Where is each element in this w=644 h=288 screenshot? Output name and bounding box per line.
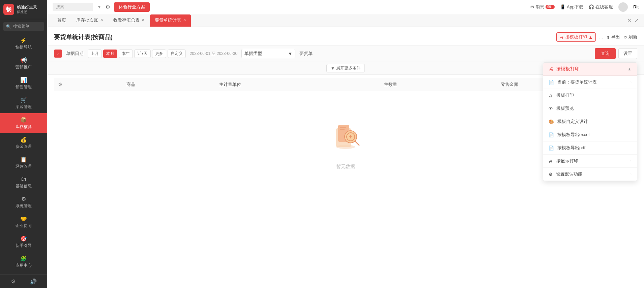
- sidebar-item-label: 基础信息: [16, 183, 32, 189]
- trial-button[interactable]: 体验行业方案: [114, 2, 150, 12]
- tab-close-all-icon[interactable]: ✕: [627, 17, 632, 24]
- dropdown-display-print[interactable]: 🖨 按显示打印 ›: [543, 155, 637, 168]
- expand-more-button[interactable]: ▼ 展开更多条件: [326, 64, 365, 72]
- sidebar-item-purchase[interactable]: 🛒 采购管理: [0, 93, 47, 113]
- sidebar-item-label: 新手引导: [16, 243, 32, 249]
- sidebar-search[interactable]: 🔍 搜索菜单: [3, 22, 44, 31]
- tab-receipt-summary-label: 收发存汇总表: [113, 17, 140, 23]
- topbar-dropdown-arrow[interactable]: ▼: [97, 4, 101, 9]
- sidebar-item-label: 快捷导航: [16, 44, 32, 50]
- tab-inventory-batch[interactable]: 库存批次账 ✕: [71, 14, 108, 27]
- dropdown-template-excel[interactable]: 📄 按模板导出excel: [543, 128, 637, 141]
- sidebar-nav: ⚡ 快捷导航 📢 营销推广 📊 销售管理 🛒 采购管理 📦 库存核算 💰 资金管…: [0, 34, 47, 275]
- print-button[interactable]: 🖨 按模板打印 ▲: [556, 32, 596, 42]
- order-type-label: 单据类型: [244, 51, 262, 57]
- template-pdf-icon: 📄: [549, 146, 554, 151]
- system-icon: ⚙: [21, 196, 26, 202]
- date-buttons: 上月 本月 本年 近7天 更多 自定义: [88, 50, 186, 58]
- sidebar-item-operations[interactable]: 📋 经营管理: [0, 153, 47, 173]
- dropdown-default-func[interactable]: ⚙ 设置默认功能 ›: [543, 168, 637, 181]
- messages-label: 消息: [535, 4, 544, 10]
- current-template-label: 当前：要货单统计表: [557, 79, 597, 85]
- table-gear-icon[interactable]: ⚙: [58, 82, 62, 87]
- default-func-label: 设置默认功能: [556, 171, 582, 177]
- newbie-icon: 🎯: [20, 235, 27, 242]
- template-preview-icon: 👁: [549, 106, 553, 111]
- sidebar-logo: 畅 畅通好生意 标准版: [0, 0, 47, 19]
- current-template-arrow: ›: [630, 80, 632, 84]
- template-print-label: 模板打印: [556, 92, 574, 98]
- finance-icon: 💰: [20, 136, 27, 143]
- dropdown-header-right: ▲: [627, 67, 632, 71]
- default-func-icon: ⚙: [549, 172, 553, 177]
- topbar-gear-icon[interactable]: ⚙: [106, 4, 110, 10]
- sidebar-item-sales[interactable]: 📊 销售管理: [0, 73, 47, 93]
- filter-section: › 单据日期 上月 本月 本年 近7天 更多 自定义 2023-06-01 至 …: [47, 45, 644, 62]
- sound-bottom-icon[interactable]: 🔊: [30, 278, 37, 285]
- empty-text: 暂无数据: [336, 164, 355, 170]
- dropdown-chevron-icon[interactable]: ▲: [627, 67, 632, 71]
- template-design-icon: 🎨: [549, 119, 554, 124]
- sidebar-item-quick-nav[interactable]: ⚡ 快捷导航: [0, 34, 47, 54]
- tab-order-stats-label: 要货单统计表: [155, 17, 181, 23]
- enterprise-icon: 🤝: [20, 216, 27, 222]
- display-print-left: 🖨 按显示打印: [549, 158, 578, 164]
- table-col-unit: 主计量单位: [215, 78, 380, 91]
- tabs-right-actions: ✕ ⤢: [627, 17, 639, 24]
- tab-inventory-batch-close[interactable]: ✕: [100, 18, 103, 22]
- expand-more-label: 展开更多条件: [336, 65, 360, 71]
- dropdown-current-item[interactable]: 📄 当前：要货单统计表 ›: [543, 76, 637, 89]
- sidebar-item-label: 系统管理: [16, 203, 32, 209]
- tabs-bar: 首页 库存批次账 ✕ 收发存汇总表 ✕ 要货单统计表 ✕ ✕ ⤢: [47, 14, 644, 27]
- messages-item[interactable]: ✉ 消息 99+: [530, 4, 555, 10]
- tab-receipt-summary[interactable]: 收发存汇总表 ✕: [109, 14, 149, 27]
- user-avatar[interactable]: [618, 2, 628, 12]
- refresh-button[interactable]: ↺ 刷新: [623, 34, 637, 40]
- tab-order-stats[interactable]: 要货单统计表 ✕: [150, 14, 191, 27]
- dropdown-template-print[interactable]: 🖨 模板打印: [543, 89, 637, 102]
- order-type-select[interactable]: 单据类型 ▼: [241, 49, 295, 58]
- tab-expand-icon[interactable]: ⤢: [634, 17, 639, 24]
- table-col-quantity: 主数量: [380, 78, 497, 91]
- dropdown-header-left: 🖨 按模板打印: [549, 66, 580, 72]
- app-download-label: App下载: [567, 4, 583, 10]
- date-btn-last-month[interactable]: 上月: [88, 50, 102, 58]
- date-btn-7days[interactable]: 近7天: [134, 50, 151, 58]
- settings-bottom-icon[interactable]: ⚙: [11, 278, 16, 285]
- download-icon: 📱: [560, 4, 565, 9]
- template-print-icon: 🖨: [549, 93, 553, 98]
- date-btn-this-month[interactable]: 本月: [103, 50, 117, 58]
- query-button[interactable]: 查询: [595, 48, 616, 59]
- sidebar-item-marketing[interactable]: 📢 营销推广: [0, 54, 47, 73]
- sidebar-item-wechat[interactable]: 💬 企业微信: [0, 272, 47, 275]
- export-button[interactable]: ⬆ 导出: [606, 34, 620, 40]
- app-download-item[interactable]: 📱 App下载: [560, 4, 583, 10]
- sidebar-item-newbie[interactable]: 🎯 新手引导: [0, 232, 47, 252]
- order-type-chevron: ▼: [288, 51, 292, 56]
- sidebar-item-finance[interactable]: 💰 资金管理: [0, 133, 47, 153]
- sidebar-item-label: 企业协同: [16, 223, 32, 229]
- refresh-icon: ↺: [623, 35, 627, 40]
- tab-receipt-summary-close[interactable]: ✕: [142, 18, 145, 22]
- dropdown-template-preview[interactable]: 👁 模板预览: [543, 102, 637, 115]
- template-excel-icon: 📄: [549, 132, 554, 137]
- tab-order-stats-close[interactable]: ✕: [183, 18, 186, 22]
- filter-expand-icon[interactable]: ›: [54, 50, 62, 58]
- sidebar-item-system[interactable]: ⚙ 系统管理: [0, 192, 47, 212]
- tab-home[interactable]: 首页: [53, 14, 71, 27]
- sidebar-item-basics[interactable]: 🗂 基础信息: [0, 173, 47, 192]
- date-btn-custom[interactable]: 自定义: [168, 50, 186, 58]
- sidebar-item-enterprise[interactable]: 🤝 企业协同: [0, 212, 47, 232]
- dropdown-template-pdf[interactable]: 📄 按模板导出pdf: [543, 141, 637, 155]
- table-col-gear: ⚙: [54, 78, 122, 91]
- sidebar-item-inventory[interactable]: 📦 库存核算: [0, 113, 47, 133]
- topbar-search-box[interactable]: 搜索: [53, 3, 93, 11]
- refresh-label: 刷新: [628, 34, 637, 40]
- template-excel-label: 按模板导出excel: [557, 132, 589, 138]
- filter-settings-button[interactable]: 设置: [618, 48, 637, 59]
- date-btn-this-year[interactable]: 本年: [119, 50, 133, 58]
- sidebar-item-apps[interactable]: 🧩 应用中心: [0, 252, 47, 272]
- date-btn-more[interactable]: 更多: [152, 50, 166, 58]
- online-service-item[interactable]: 🎧 在线客服: [589, 4, 613, 10]
- dropdown-template-design[interactable]: 🎨 模板自定义设计: [543, 115, 637, 128]
